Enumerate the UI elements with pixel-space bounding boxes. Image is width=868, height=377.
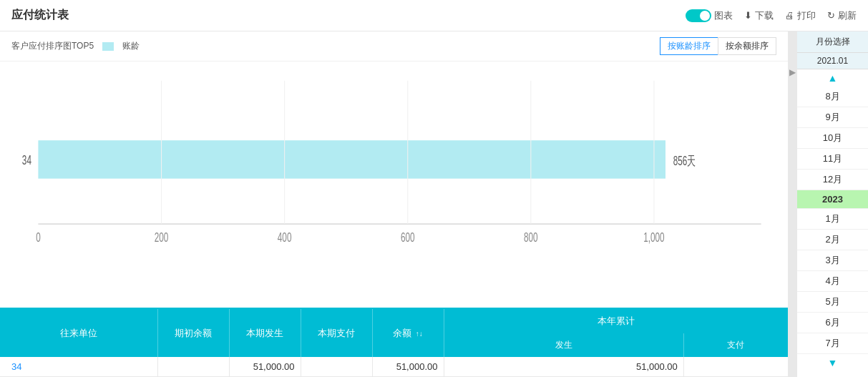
svg-text:1,000: 1,000	[643, 230, 664, 244]
chart-svg: 34 856天 0 200 400 600 800 1,000	[11, 69, 776, 308]
collapse-arrow-icon: ▶	[789, 67, 796, 77]
toggle-slider	[686, 9, 711, 22]
print-icon: 🖨	[785, 10, 794, 21]
col-header-qichu: 期初余额	[157, 309, 229, 357]
sidebar-month-10[interactable]: 10月	[797, 128, 868, 149]
legend-title: 客户应付排序图TOP5	[11, 40, 94, 52]
download-button[interactable]: ⬇ 下载	[744, 9, 774, 22]
sidebar-collapse-button[interactable]: ▶	[788, 31, 796, 377]
sidebar-month-2[interactable]: 2月	[797, 230, 868, 250]
print-button[interactable]: 🖨 打印	[785, 9, 816, 22]
sidebar-month-header: 月份选择	[797, 31, 868, 53]
refresh-icon: ↻	[827, 10, 835, 21]
sort-by-balance-button[interactable]: 按账龄排序	[660, 37, 718, 55]
sidebar-up-button[interactable]: ▲	[797, 69, 868, 87]
col-header-benfashan: 本期发生	[229, 309, 301, 357]
cell-qichu	[157, 357, 229, 377]
chart-y-label: 34	[22, 152, 31, 167]
svg-text:600: 600	[401, 230, 415, 244]
chart-area: 34 856天 0 200 400 600 800 1,000	[0, 62, 788, 308]
col-header-benzhifu: 本期支付	[301, 309, 372, 357]
svg-text:400: 400	[278, 230, 292, 244]
header-actions: 图表 ⬇ 下载 🖨 打印 ↻ 刷新	[686, 9, 857, 22]
sidebar-month-5[interactable]: 5月	[797, 292, 868, 313]
cell-laiwai[interactable]: 34	[0, 357, 157, 377]
cell-fashen: 51,000.00	[444, 357, 683, 377]
sidebar-month-8[interactable]: 8月	[797, 87, 868, 107]
cell-benfashan: 51,000.00	[229, 357, 301, 377]
cell-yue: 51,000.00	[372, 357, 444, 377]
sidebar-year-display[interactable]: 2021.01	[797, 53, 868, 69]
col-header-zhifu: 支付	[683, 333, 788, 357]
table-row: 34 51,000.00 51,000.00 51,000.00	[0, 357, 788, 377]
download-label: 下载	[755, 9, 774, 22]
refresh-button[interactable]: ↻ 刷新	[827, 9, 857, 22]
svg-text:200: 200	[155, 230, 169, 244]
col-header-fashen: 发生	[444, 333, 683, 357]
sidebar-month-7[interactable]: 7月	[797, 333, 868, 354]
cell-benzhifu	[301, 357, 372, 377]
cell-zhifu	[683, 357, 788, 377]
chart-legend: 客户应付排序图TOP5 账龄	[11, 40, 140, 52]
data-table-section: 往来单位 期初余额 本期发生 本期支付 余额 ↑↓ 本年累计 发生	[0, 308, 788, 377]
print-label: 打印	[797, 9, 816, 22]
sidebar-month-4[interactable]: 4月	[797, 271, 868, 292]
sidebar-month-3[interactable]: 3月	[797, 250, 868, 271]
chart-bar	[38, 140, 665, 178]
svg-text:800: 800	[524, 230, 538, 244]
chart-toggle[interactable]: 图表	[686, 9, 733, 22]
sidebar-month-9[interactable]: 9月	[797, 107, 868, 128]
chart-label: 图表	[714, 9, 733, 22]
sidebar-year-2023[interactable]: 2023	[797, 190, 868, 209]
sidebar-month-6[interactable]: 6月	[797, 313, 868, 333]
sidebar-month-12[interactable]: 12月	[797, 170, 868, 190]
legend-color-label: 账龄	[122, 40, 140, 52]
chart-sort-buttons: 按账龄排序 按余额排序	[660, 37, 776, 55]
sidebar-down-button[interactable]: ▼	[797, 354, 868, 371]
chart-controls: 客户应付排序图TOP5 账龄 按账龄排序 按余额排序	[0, 31, 788, 62]
sidebar-month-11[interactable]: 11月	[797, 149, 868, 170]
col-header-yue: 余额 ↑↓	[372, 309, 444, 357]
right-sidebar: 月份选择 2021.01 ▲ 8月 9月 10月 11月 12月 2023 1月	[796, 31, 868, 377]
refresh-label: 刷新	[838, 9, 857, 22]
page-title: 应付统计表	[11, 8, 69, 23]
col-header-laiwai: 往来单位	[0, 309, 157, 357]
svg-text:0: 0	[36, 230, 41, 244]
sidebar-month-1[interactable]: 1月	[797, 209, 868, 230]
sort-by-amount-button[interactable]: 按余额排序	[718, 37, 776, 55]
toggle-switch-label[interactable]	[686, 9, 711, 22]
data-table: 往来单位 期初余额 本期发生 本期支付 余额 ↑↓ 本年累计 发生	[0, 309, 788, 377]
legend-color-box	[102, 42, 114, 51]
col-header-bennianlei: 本年累计	[444, 309, 788, 333]
chart-bar-value: 856天	[673, 154, 696, 168]
download-icon: ⬇	[744, 10, 752, 21]
